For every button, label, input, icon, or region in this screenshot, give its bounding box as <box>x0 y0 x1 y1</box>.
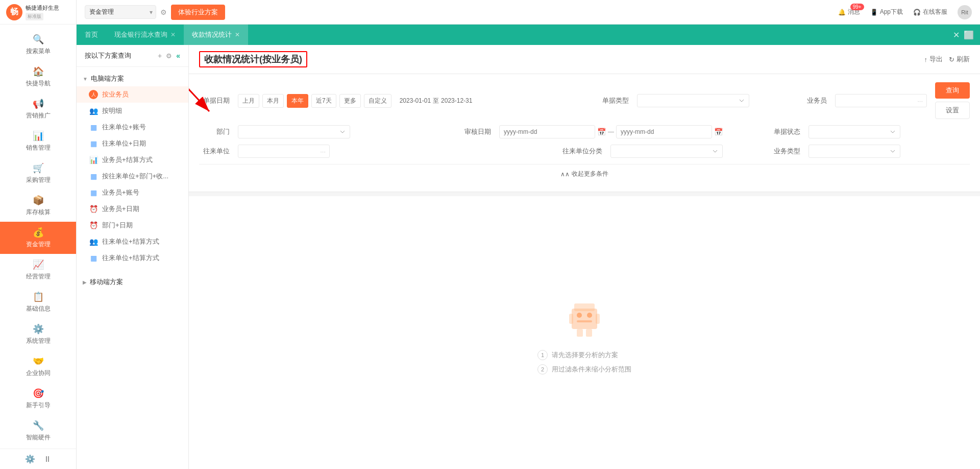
scheme-type-icon: ▦ <box>89 188 98 197</box>
sidebar-item-newguide[interactable]: 🎯 新手引导 <box>0 383 76 415</box>
date-btn-last-month[interactable]: 上月 <box>238 94 259 108</box>
scheme-type-icon: 人 <box>89 90 98 99</box>
scheme-type-icon: ▦ <box>89 123 98 132</box>
doc-status-label: 单据状态 <box>770 127 800 136</box>
date-btn-7days[interactable]: 近7天 <box>311 94 336 108</box>
bell-icon: 🔔 <box>838 9 846 16</box>
group-collapse-icon: ▶ <box>83 279 87 285</box>
topbar-settings-icon[interactable]: ⚙ <box>160 8 167 16</box>
date-btn-more[interactable]: 更多 <box>339 94 361 108</box>
setup-button[interactable]: 设置 <box>935 102 970 119</box>
calendar-from-icon[interactable]: 📅 <box>597 128 606 136</box>
desktop-group-title[interactable]: ▼ 电脑端方案 <box>77 71 188 86</box>
sidebar-item-basic[interactable]: 📋 基础信息 <box>0 286 76 318</box>
scheme-item-salesperson-settlement[interactable]: 📊 业务员+结算方式 <box>77 152 188 168</box>
notification-badge: 99+ <box>850 4 864 10</box>
sidebar-item-inventory[interactable]: 📦 库存核算 <box>0 190 76 222</box>
doc-status-select[interactable] <box>808 125 900 138</box>
scheme-item-unit-date[interactable]: ▦ 往来单位+日期 <box>77 135 188 152</box>
trial-button[interactable]: 体验行业方案 <box>171 5 225 20</box>
tab-receipt[interactable]: 收款情况统计 ✕ <box>184 25 248 45</box>
sidebar-item-system[interactable]: ⚙️ 系统管理 <box>0 318 76 350</box>
scheme-item-unit-settlement2[interactable]: 👥 往来单位+结算方式 <box>77 233 188 250</box>
collapse-sidebar-icon[interactable]: ⏸ <box>43 455 52 464</box>
partner-input[interactable] <box>238 145 330 158</box>
search-icon: 🔍 <box>33 34 44 45</box>
query-button[interactable]: 查询 <box>935 82 970 99</box>
panel-collapse-button[interactable]: « <box>176 52 180 60</box>
home-icon: 🏠 <box>33 66 44 77</box>
sidebar-bottom: ⚙️ ⏸ <box>0 449 76 469</box>
content-area: 按以下方案查询 + ⚙ « ▼ 电脑端方案 人 按业务员 <box>77 45 980 469</box>
sidebar-item-enterprise[interactable]: 🤝 企业协同 <box>0 350 76 383</box>
business-type-select[interactable] <box>808 145 900 158</box>
app-download-button[interactable]: 📱 App下载 <box>870 8 903 16</box>
collapse-filter-button[interactable]: ∧∧ 收起更多条件 <box>199 164 970 183</box>
notifications-button[interactable]: 🔔 消息 99+ <box>838 8 860 16</box>
export-icon: ↑ <box>924 56 928 63</box>
refresh-button[interactable]: ↻ 刷新 <box>949 55 970 64</box>
inventory-icon: 📦 <box>33 195 44 206</box>
partner-category-select[interactable] <box>610 145 723 158</box>
breadcrumb[interactable]: 资金管理 ▾ <box>85 5 156 19</box>
sidebar-item-finance[interactable]: 💰 资金管理 <box>0 222 76 254</box>
scheme-item-unit-settlement3[interactable]: ▦ 往来单位+结算方式 <box>77 250 188 266</box>
sidebar-item-purchase[interactable]: 🛒 采购管理 <box>0 157 76 190</box>
scheme-item-unit-account[interactable]: ▦ 往来单位+账号 <box>77 119 188 135</box>
sidebar-item-label: 采购管理 <box>26 176 51 184</box>
sidebar-item-operations[interactable]: 📈 经营管理 <box>0 254 76 286</box>
scheme-item-salesperson-date[interactable]: ⏰ 业务员+日期 <box>77 201 188 217</box>
sidebar-item-label: 基础信息 <box>26 304 51 313</box>
sidebar-item-marketing[interactable]: 📢 营销推广 <box>0 93 76 125</box>
date-btn-this-year[interactable]: 本年 <box>287 94 308 108</box>
empty-step-2: 2 用过滤条件来缩小分析范围 <box>537 364 631 374</box>
window-maximize-button[interactable]: ⬜ <box>964 30 974 40</box>
sidebar-item-iot[interactable]: 🔧 智能硬件 <box>0 415 76 447</box>
partner-more-icon[interactable]: ··· <box>320 148 326 155</box>
tab-close-receipt[interactable]: ✕ <box>235 31 240 38</box>
sidebar-item-quicknav[interactable]: 🏠 快捷导航 <box>0 61 76 93</box>
scheme-settings-button[interactable]: ⚙ <box>166 52 172 60</box>
review-date-to[interactable] <box>616 125 712 138</box>
user-avatar[interactable]: Rit <box>958 5 972 19</box>
svg-rect-7 <box>577 329 583 337</box>
scheme-type-icon: ▦ <box>89 253 98 263</box>
headset-icon: 🎧 <box>913 9 921 16</box>
salesperson-more-icon[interactable]: ··· <box>917 97 923 105</box>
tab-close-bank[interactable]: ✕ <box>170 31 176 38</box>
scheme-item-by-salesperson[interactable]: 人 按业务员 <box>77 86 188 103</box>
date-btn-custom[interactable]: 自定义 <box>364 94 391 108</box>
scheme-item-salesperson-account[interactable]: ▦ 业务员+账号 <box>77 184 188 201</box>
scheme-item-unit-dept[interactable]: ▦ 按往来单位+部门+收... <box>77 168 188 184</box>
settings-bottom-icon[interactable]: ⚙️ <box>25 454 35 464</box>
sidebar-item-sales[interactable]: 📊 销售管理 <box>0 125 76 157</box>
enterprise-icon: 🤝 <box>33 356 44 367</box>
left-panel-header: 按以下方案查询 + ⚙ « <box>77 45 188 67</box>
doc-type-select[interactable] <box>637 94 749 107</box>
window-close-button[interactable]: ✕ <box>953 30 960 40</box>
operations-icon: 📈 <box>33 259 44 270</box>
online-service-button[interactable]: 🎧 在线客服 <box>913 8 947 16</box>
mobile-scheme-group: ▶ 移动端方案 <box>77 270 188 294</box>
export-button[interactable]: ↑ 导出 <box>924 55 943 64</box>
scheme-type-icon: ⏰ <box>89 204 98 214</box>
system-icon: ⚙️ <box>33 323 44 335</box>
sidebar-item-label: 系统管理 <box>26 337 51 345</box>
scheme-type-icon: 📊 <box>89 155 98 165</box>
scheme-item-by-detail[interactable]: 👥 按明细 <box>77 103 188 119</box>
calendar-to-icon[interactable]: 📅 <box>714 128 723 136</box>
mobile-group-title[interactable]: ▶ 移动端方案 <box>77 274 188 290</box>
guide-icon: 🎯 <box>33 388 44 399</box>
sidebar-item-search[interactable]: 🔍 搜索菜单 <box>0 29 76 61</box>
dept-select[interactable] <box>238 125 350 138</box>
tab-home[interactable]: 首页 <box>77 25 106 45</box>
add-scheme-button[interactable]: + <box>158 52 162 60</box>
salesperson-label: 业务员 <box>796 96 827 105</box>
date-btn-this-month[interactable]: 本月 <box>262 94 284 108</box>
salesperson-input[interactable] <box>835 94 927 107</box>
review-date-from[interactable] <box>499 125 595 138</box>
tab-bank[interactable]: 现金银行流水查询 ✕ <box>106 25 184 45</box>
scheme-item-dept-date[interactable]: ⏰ 部门+日期 <box>77 217 188 233</box>
review-date-range: 📅 — 📅 <box>499 125 723 138</box>
step-number-1: 1 <box>537 350 548 360</box>
